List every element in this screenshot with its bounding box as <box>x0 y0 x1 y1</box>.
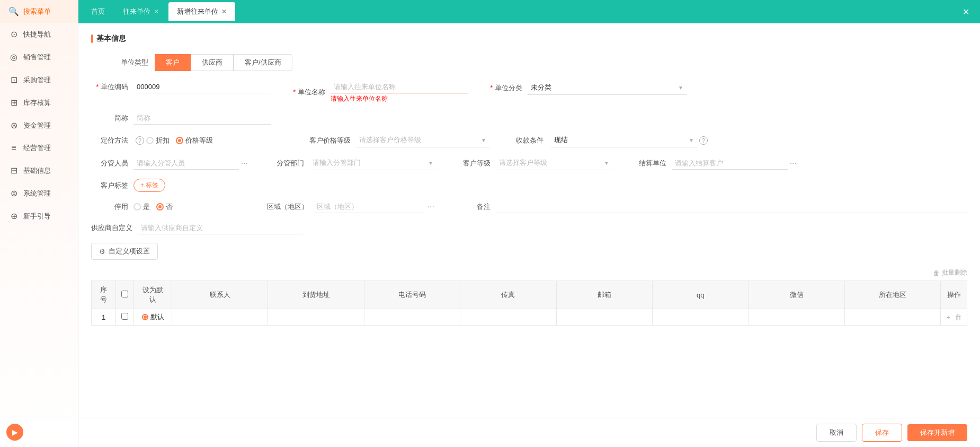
type-btn-both[interactable]: 客户/供应商 <box>234 54 292 71</box>
sidebar-item-label: 新手引导 <box>23 212 51 221</box>
radio-price-level[interactable]: 价格等级 <box>176 136 213 145</box>
wechat-input[interactable] <box>754 313 839 321</box>
category-select[interactable]: 未分类 ▼ <box>528 81 687 95</box>
supplier-custom-label: 供应商自定义 <box>91 223 138 233</box>
sidebar-item-quick-nav[interactable]: ⊙ 快捷导航 <box>0 23 78 46</box>
phone-input[interactable] <box>370 313 455 321</box>
customer-price-arrow-icon: ▼ <box>481 137 486 143</box>
guide-icon: ⊕ <box>8 211 19 221</box>
settlement-input[interactable] <box>672 157 788 170</box>
tab-new-partner[interactable]: 新增往来单位 ✕ <box>168 2 235 21</box>
field-name: 单位名称 请输入往来单位名称 <box>288 81 468 103</box>
sidebar-item-operations[interactable]: ≡ 经营管理 <box>0 137 78 159</box>
save-button[interactable]: 保存 <box>862 424 902 442</box>
sidebar-footer-btn[interactable]: ▶ <box>6 424 23 441</box>
row-contact[interactable] <box>172 309 268 326</box>
sidebar-item-inventory[interactable]: ⊞ 库存核算 <box>0 91 78 114</box>
row-seq: 1 <box>92 309 116 326</box>
remark-input[interactable] <box>496 200 967 213</box>
fax-input[interactable] <box>466 313 550 321</box>
area-input[interactable] <box>850 313 935 321</box>
batch-delete-icon: 🗑 <box>933 269 940 277</box>
disabled-radio-group: 是 否 <box>133 202 173 212</box>
row-wechat[interactable] <box>749 309 844 326</box>
type-btn-supplier[interactable]: 供应商 <box>191 54 234 71</box>
row-fax[interactable] <box>460 309 556 326</box>
row-delete-btn[interactable]: 🗑 <box>955 313 961 321</box>
row-email[interactable] <box>556 309 652 326</box>
region-input[interactable] <box>314 200 425 213</box>
sidebar-item-system[interactable]: ⊜ 系统管理 <box>0 182 78 205</box>
quick-nav-icon: ⊙ <box>8 29 19 39</box>
row-default-radio[interactable] <box>142 314 148 320</box>
radio-price-level-label: 价格等级 <box>185 136 213 145</box>
manager-dots-btn[interactable]: ··· <box>239 159 250 168</box>
supplier-custom-input[interactable] <box>138 222 303 234</box>
title-bar <box>91 34 93 43</box>
basic-icon: ⊟ <box>8 165 19 176</box>
qq-input[interactable] <box>658 313 743 321</box>
field-category: 单位分类 未分类 ▼ <box>485 81 687 95</box>
unit-type-row: 单位类型 客户 供应商 客户/供应商 <box>91 54 967 71</box>
payment-select[interactable]: 现结 ▼ <box>551 133 697 147</box>
payment-label: 收款条件 <box>506 136 549 145</box>
shortname-input[interactable] <box>133 112 271 125</box>
code-input[interactable] <box>133 81 271 93</box>
sidebar-item-label: 快捷导航 <box>23 30 51 39</box>
manager-input[interactable] <box>133 157 239 170</box>
sidebar-item-sales[interactable]: ◎ 销售管理 <box>0 46 78 68</box>
address-input[interactable] <box>273 313 358 321</box>
cancel-button[interactable]: 取消 <box>816 424 857 442</box>
name-input[interactable] <box>331 81 468 93</box>
customer-level-select[interactable]: 请选择客户等级 ▼ <box>496 156 612 170</box>
custom-settings-btn[interactable]: ⚙ 自定义项设置 <box>91 243 158 260</box>
customer-price-select[interactable]: 请选择客户价格等级 ▼ <box>356 133 489 147</box>
sidebar-item-finance[interactable]: ⊛ 资金管理 <box>0 114 78 137</box>
main-content: 首页 往来单位 ✕ 新增往来单位 ✕ ✕ 基本信息 单位类型 客户 供应商 客户… <box>78 0 980 447</box>
tab-partner-close[interactable]: ✕ <box>154 8 159 15</box>
type-btn-customer[interactable]: 客户 <box>155 54 191 71</box>
email-input[interactable] <box>562 313 647 321</box>
region-dots-btn[interactable]: ··· <box>425 202 436 212</box>
customer-level-placeholder: 请选择客户等级 <box>499 158 604 168</box>
batch-delete-btn[interactable]: 🗑 批量删除 <box>933 268 967 277</box>
row-area[interactable] <box>844 309 940 326</box>
sidebar-item-guide[interactable]: ⊕ 新手引导 <box>0 205 78 227</box>
customer-price-label: 客户价格等级 <box>309 136 356 145</box>
row-checkbox[interactable] <box>121 313 128 320</box>
payment-value: 现结 <box>554 135 689 145</box>
add-tag-btn[interactable]: + 标签 <box>133 179 165 192</box>
row-address[interactable] <box>268 309 364 326</box>
search-icon: 🔍 <box>8 6 19 16</box>
row-add-btn[interactable]: + <box>946 313 950 321</box>
tab-home[interactable]: 首页 <box>83 2 113 21</box>
sidebar-item-label: 销售管理 <box>23 52 51 62</box>
tab-new-partner-close[interactable]: ✕ <box>221 8 227 15</box>
sidebar-item-purchase[interactable]: ⊡ 采购管理 <box>0 68 78 91</box>
manager-label: 分管人员 <box>91 159 133 168</box>
field-shortname: 简称 <box>91 112 271 125</box>
purchase-icon: ⊡ <box>8 75 19 85</box>
radio-yes[interactable]: 是 <box>133 202 150 212</box>
settlement-dots-btn[interactable]: ··· <box>788 159 799 168</box>
save-new-button[interactable]: 保存并新增 <box>907 424 967 441</box>
pricing-help-icon[interactable]: ? <box>136 136 144 145</box>
window-close-btn[interactable]: ✕ <box>956 7 976 17</box>
sidebar-item-basic[interactable]: ⊟ 基础信息 <box>0 159 78 182</box>
select-all-checkbox[interactable] <box>121 291 128 297</box>
row-qq[interactable] <box>653 309 749 326</box>
sidebar-search[interactable]: 🔍 搜索菜单 <box>0 0 78 23</box>
radio-discount[interactable]: 折扣 <box>146 136 170 145</box>
radio-no-circle <box>156 203 164 211</box>
col-seq: 序号 <box>92 281 116 309</box>
row-phone[interactable] <box>364 309 460 326</box>
radio-no[interactable]: 否 <box>156 202 173 212</box>
tab-partner[interactable]: 往来单位 ✕ <box>114 2 167 21</box>
dept-select[interactable]: 请输入分管部门 ▼ <box>309 156 436 170</box>
payment-help-icon[interactable]: ? <box>699 136 708 145</box>
row-pricing: 定价方法 ? 折扣 价格等级 客户价格等级 请选择客户价格等级 <box>91 133 967 147</box>
inventory-icon: ⊞ <box>8 98 19 108</box>
contact-input[interactable] <box>177 313 262 321</box>
category-label: 单位分类 <box>485 83 528 93</box>
field-settlement: 结算单位 ··· <box>629 157 799 170</box>
